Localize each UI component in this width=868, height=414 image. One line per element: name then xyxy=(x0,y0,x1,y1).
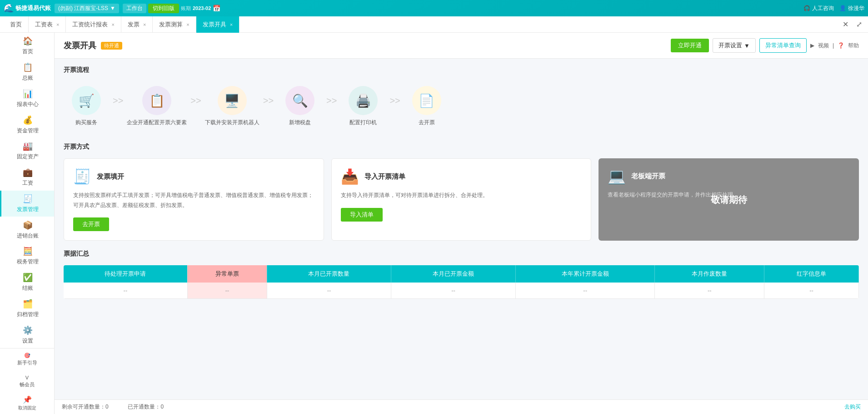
buy-link[interactable]: 去购买 xyxy=(844,403,861,411)
company-selector[interactable]: (勿副) 江西服宝-LSS ▼ xyxy=(55,4,119,13)
restore-btn[interactable]: ⤢ xyxy=(853,19,864,30)
printer-label: 配置打印机 xyxy=(349,119,377,126)
open-invoice-icon: 📄 xyxy=(419,93,434,108)
top-bar-left: 🌊 畅捷通易代账 (勿副) 江西服宝-LSS ▼ 工作台 切到旧版 账期 202… xyxy=(4,3,220,13)
invoice-mgmt-icon: 🧾 xyxy=(23,194,33,204)
stats-cell-void-count: -- xyxy=(655,283,764,299)
settings-btn[interactable]: 开票设置 ▼ xyxy=(713,38,756,53)
sidebar-bottom: 🎯 新手引导 V 畅会员 📌 取消固定 xyxy=(0,348,54,414)
sidebar-item-reports[interactable]: 📊 报表中心 xyxy=(0,86,54,112)
process-step-buy: 🛒 购买服务 xyxy=(64,86,109,126)
ledger-icon: 📋 xyxy=(23,62,33,72)
bottom-bar-info: 剩余可开通数量：0 已开通数量：0 xyxy=(62,403,164,411)
tab-invoice[interactable]: 发票 × xyxy=(121,16,153,33)
bottom-bar: 剩余可开通数量：0 已开通数量：0 去购买 xyxy=(55,399,868,414)
stats-table: 待处理开票申请 异常单票 本月已开票数量 本月已开票金额 本年累计开票金额 本月… xyxy=(64,265,859,299)
config-label: 企业开通配置开票六要素 xyxy=(127,119,187,126)
main-content: 发票开具 待开通 立即开通 开票设置 ▼ 异常清单查询 ▶ 视频 | ❓ 帮助 xyxy=(55,33,868,414)
stats-header-pending: 待处理开票申请 xyxy=(64,265,187,283)
stats-cell-year-amount: -- xyxy=(515,283,655,299)
activate-btn[interactable]: 立即开通 xyxy=(671,39,709,52)
import-list-btn[interactable]: 导入清单 xyxy=(341,208,383,222)
user-profile[interactable]: 👤 徐漫华 xyxy=(839,5,864,12)
sidebar-item-assets[interactable]: 🏭 固定资产 xyxy=(0,138,54,164)
stats-header-year-amount: 本年累计开票金额 xyxy=(515,265,655,283)
salary-icon: 💼 xyxy=(23,167,33,177)
arrow-2: >> xyxy=(190,96,201,117)
sidebar-item-tax[interactable]: 🧮 税务管理 xyxy=(0,243,54,269)
tab-salary[interactable]: 工资表 × xyxy=(29,16,66,33)
assets-icon: 🏭 xyxy=(23,141,33,151)
process-step-download: 🖥️ 下载并安装开票机器人 xyxy=(205,86,259,126)
import-list-title: 导入开票清单 xyxy=(364,172,405,181)
sidebar-item-home[interactable]: 🏠 首页 xyxy=(0,33,54,59)
opening-methods-title: 开票方式 xyxy=(64,143,859,151)
separator xyxy=(115,404,121,410)
help-icon: ❓ xyxy=(838,42,844,49)
close-tab-invoice-open[interactable]: × xyxy=(230,22,233,27)
switch-old-btn[interactable]: 切到旧版 xyxy=(148,4,179,13)
method-card-manual-header: 🧾 发票填开 xyxy=(73,168,314,185)
stats-cell-abnormal: -- xyxy=(187,283,267,299)
download-label: 下载并安装开票机器人 xyxy=(205,119,259,126)
archive-icon: 🗂️ xyxy=(23,299,33,309)
open-invoice-circle: 📄 xyxy=(412,86,441,115)
period-label: 账期 xyxy=(181,5,191,12)
tab-salary-report[interactable]: 工资统计报表 × xyxy=(66,16,121,33)
close-tab-salary-report[interactable]: × xyxy=(111,22,114,27)
nav-tabs-controls: ✕ ⤢ xyxy=(840,19,864,30)
sidebar-item-pin[interactable]: 📌 取消固定 xyxy=(0,392,54,414)
sidebar-item-funds[interactable]: 💰 资金管理 xyxy=(0,111,54,138)
method-card-boss-header: 💻 老板端开票 xyxy=(608,167,850,185)
stats-header-row: 待处理开票申请 异常单票 本月已开票数量 本月已开票金额 本年累计开票金额 本月… xyxy=(64,265,859,283)
method-card-import-header: 📥 导入开票清单 xyxy=(341,168,582,185)
tab-home[interactable]: 首页 xyxy=(4,16,29,33)
taxdisk-icon: 🔍 xyxy=(292,93,308,108)
sidebar: 🏠 首页 📋 总账 📊 报表中心 💰 资金管理 🏭 固定资产 💼 工资 🧾 发票… xyxy=(0,33,55,414)
manual-fill-btn[interactable]: 去开票 xyxy=(73,217,109,231)
vip-icon: V xyxy=(25,375,29,380)
arrow-4: >> xyxy=(326,96,337,117)
printer-icon: 🖨️ xyxy=(355,93,371,108)
boss-terminal-icon: 💻 xyxy=(608,167,626,185)
process-flow: 🛒 购买服务 >> 📋 企业开通配置开票六要素 >> 🖥️ xyxy=(64,81,859,136)
top-bar-actions: 工作台 切到旧版 账期 2023-02 📅 xyxy=(123,4,220,13)
taxdisk-circle: 🔍 xyxy=(285,86,314,115)
page-header: 发票开具 待开通 立即开通 开票设置 ▼ 异常清单查询 ▶ 视频 | ❓ 帮助 xyxy=(55,33,868,59)
query-btn[interactable]: 异常清单查询 xyxy=(759,38,807,53)
sidebar-item-salary[interactable]: 💼 工资 xyxy=(0,164,54,191)
close-tab-invoice-calc[interactable]: × xyxy=(186,22,189,27)
opened-count: 已开通数量：0 xyxy=(128,404,164,410)
sidebar-item-vip[interactable]: V 畅会员 xyxy=(0,370,54,392)
buy-service-circle: 🛒 xyxy=(72,86,101,115)
main-layout: 🏠 首页 📋 总账 📊 报表中心 💰 资金管理 🏭 固定资产 💼 工资 🧾 发票… xyxy=(0,33,868,414)
guide-icon: 🎯 xyxy=(24,353,30,358)
buy-service-label: 购买服务 xyxy=(75,119,97,126)
sidebar-item-purchase-sale[interactable]: 📦 进销台账 xyxy=(0,217,54,243)
close-tab-invoice[interactable]: × xyxy=(143,22,146,27)
download-icon: 🖥️ xyxy=(224,93,240,108)
tab-invoice-open[interactable]: 发票开具 × xyxy=(196,16,239,33)
stats-data-row: -- -- -- -- -- -- -- xyxy=(64,283,859,299)
close-all-tabs-btn[interactable]: ✕ xyxy=(840,19,851,30)
nav-tabs-bar: 首页 工资表 × 工资统计报表 × 发票 × 发票测算 × 发票开具 × ✕ ⤢ xyxy=(0,16,868,33)
manual-fill-desc: 支持按照发票样式手工填开发票；可开具增值税电子普通发票、增值税普通发票、增值税专… xyxy=(73,191,314,210)
sidebar-item-guide[interactable]: 🎯 新手引导 xyxy=(0,348,54,370)
calendar-icon[interactable]: 📅 xyxy=(213,5,220,12)
tab-invoice-calc[interactable]: 发票测算 × xyxy=(153,16,196,33)
sidebar-item-invoice-mgmt[interactable]: 🧾 发票管理 xyxy=(0,191,54,217)
stats-cell-red-invoice: -- xyxy=(764,283,859,299)
stats-header-abnormal: 异常单票 xyxy=(187,265,267,283)
close-tab-salary[interactable]: × xyxy=(56,22,59,27)
sidebar-item-settlement[interactable]: ✅ 结账 xyxy=(0,269,54,296)
workspace-btn[interactable]: 工作台 xyxy=(123,4,146,13)
service-btn[interactable]: 🎧 人工咨询 xyxy=(803,5,834,12)
method-card-boss: 💻 老板端开票 查看老板端小程序提交的开票申请，并作出相应处理 敬请期待 xyxy=(599,158,859,241)
sidebar-item-archive[interactable]: 🗂️ 归档管理 xyxy=(0,296,54,322)
arrow-3: >> xyxy=(263,96,274,117)
stats-header-today-amount: 本月已开票金额 xyxy=(391,265,516,283)
sidebar-item-ledger[interactable]: 📋 总账 xyxy=(0,59,54,86)
settlement-icon: ✅ xyxy=(23,273,33,283)
sidebar-item-settings[interactable]: ⚙️ 设置 xyxy=(0,322,54,348)
process-flow-title: 开票流程 xyxy=(64,66,859,74)
